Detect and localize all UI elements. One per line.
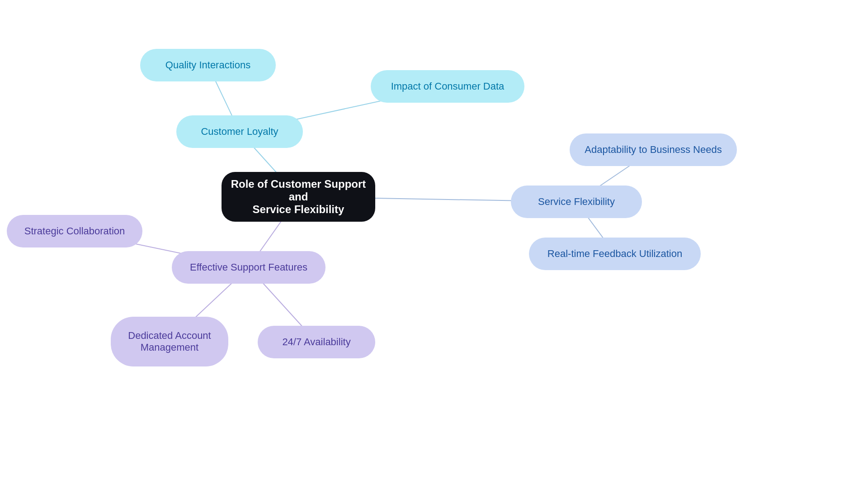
customer-loyalty-label: Customer Loyalty	[201, 126, 278, 138]
node-customer-loyalty[interactable]: Customer Loyalty	[176, 115, 303, 148]
effective-support-label: Effective Support Features	[190, 262, 307, 273]
node-strategic-collaboration[interactable]: Strategic Collaboration	[7, 215, 142, 247]
quality-interactions-label: Quality Interactions	[165, 59, 250, 71]
center-node[interactable]: Role of Customer Support and Service Fle…	[222, 172, 375, 222]
node-service-flexibility[interactable]: Service Flexibility	[511, 186, 642, 218]
node-adaptability[interactable]: Adaptability to Business Needs	[570, 133, 737, 166]
node-quality-interactions[interactable]: Quality Interactions	[140, 49, 276, 81]
availability-label: 24/7 Availability	[282, 336, 350, 348]
impact-consumer-data-label: Impact of Consumer Data	[391, 81, 505, 92]
node-impact-consumer-data[interactable]: Impact of Consumer Data	[371, 70, 524, 103]
service-flexibility-label: Service Flexibility	[538, 196, 615, 208]
center-node-label: Role of Customer Support and Service Fle…	[222, 178, 375, 216]
node-dedicated-account[interactable]: Dedicated Account Management	[111, 317, 228, 366]
adaptability-label: Adaptability to Business Needs	[585, 144, 722, 156]
mind-map-container: Role of Customer Support and Service Fle…	[0, 0, 868, 490]
node-availability[interactable]: 24/7 Availability	[258, 326, 375, 358]
node-realtime-feedback[interactable]: Real-time Feedback Utilization	[529, 238, 701, 270]
realtime-feedback-label: Real-time Feedback Utilization	[547, 248, 682, 260]
node-effective-support[interactable]: Effective Support Features	[172, 251, 326, 284]
strategic-collaboration-label: Strategic Collaboration	[24, 225, 125, 237]
dedicated-account-label: Dedicated Account Management	[121, 330, 218, 353]
